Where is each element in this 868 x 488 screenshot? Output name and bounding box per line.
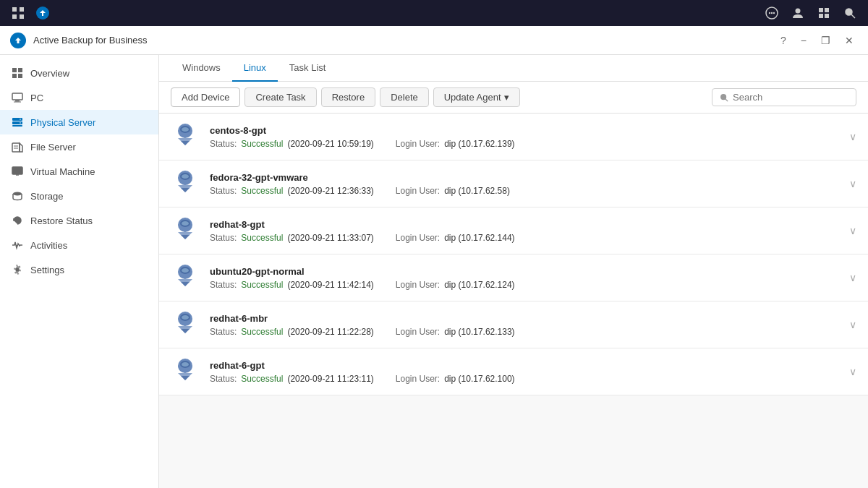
device-meta: Status: Successful (2020-09-21 12:36:33)… — [210, 186, 839, 196]
sidebar-label-file-server: File Server — [30, 142, 76, 153]
sidebar-item-pc[interactable]: PC — [0, 85, 158, 110]
sidebar-item-settings[interactable]: Settings — [0, 257, 158, 282]
svg-line-15 — [851, 14, 855, 18]
svg-point-55 — [182, 362, 189, 367]
sidebar-item-activities[interactable]: Activities — [0, 233, 158, 257]
sidebar-item-virtual-machine[interactable]: Virtual Machine — [0, 159, 158, 184]
svg-point-40 — [182, 127, 189, 132]
sidebar-item-restore-status[interactable]: Restore Status — [0, 208, 158, 233]
tab-windows[interactable]: Windows — [171, 55, 232, 82]
login-item: Login User: dip (10.17.62.139) — [396, 139, 515, 149]
device-list: centos-8-gpt Status: Successful (2020-09… — [159, 114, 868, 488]
svg-rect-32 — [14, 168, 20, 173]
status-item: Status: Successful (2020-09-21 12:36:33) — [210, 186, 374, 196]
app-title: Active Backup for Business — [33, 35, 148, 46]
server-icon — [12, 116, 23, 128]
status-item: Status: Successful (2020-09-21 11:42:14) — [210, 280, 374, 290]
grid-icon[interactable] — [7, 2, 29, 24]
svg-point-6 — [769, 12, 770, 14]
window-controls: ? − ❐ ✕ — [776, 33, 858, 48]
device-icon — [171, 169, 200, 198]
device-name: fedora-32-gpt-vmware — [210, 172, 839, 183]
device-icon — [171, 216, 200, 245]
svg-rect-21 — [15, 100, 20, 102]
create-task-button[interactable]: Create Task — [244, 87, 316, 107]
status-item: Status: Successful (2020-09-21 10:59:19) — [210, 139, 374, 149]
table-row[interactable]: ubuntu20-gpt-normal Status: Successful (… — [159, 254, 868, 301]
chevron-down-icon: ∨ — [849, 366, 856, 377]
help-button[interactable]: ? — [776, 33, 791, 48]
search-topbar-icon[interactable] — [839, 2, 861, 24]
chevron-down-icon: ∨ — [849, 178, 856, 189]
svg-point-34 — [13, 192, 22, 196]
svg-rect-3 — [20, 14, 24, 19]
vm-icon — [12, 166, 23, 177]
device-meta: Status: Successful (2020-09-21 10:59:19)… — [210, 139, 839, 149]
table-row[interactable]: centos-8-gpt Status: Successful (2020-09… — [159, 114, 868, 160]
svg-point-46 — [182, 221, 189, 226]
login-item: Login User: dip (10.17.62.133) — [396, 327, 515, 337]
svg-line-37 — [726, 98, 728, 100]
device-name: redhat-6-mbr — [210, 313, 839, 324]
chevron-down-icon: ∨ — [849, 131, 856, 142]
sidebar-label-virtual-machine: Virtual Machine — [30, 166, 95, 177]
sidebar-item-overview[interactable]: Overview — [0, 61, 158, 85]
restore-icon — [12, 215, 23, 226]
device-icon — [171, 357, 200, 386]
restore-button[interactable]: Restore — [321, 87, 376, 107]
device-icon — [171, 310, 200, 339]
tab-task-list[interactable]: Task List — [278, 55, 338, 82]
svg-point-43 — [182, 174, 189, 179]
sidebar-item-storage[interactable]: Storage — [0, 184, 158, 208]
device-info: centos-8-gpt Status: Successful (2020-09… — [210, 125, 839, 149]
delete-button[interactable]: Delete — [380, 87, 429, 107]
device-meta: Status: Successful (2020-09-21 11:22:28)… — [210, 327, 839, 337]
sidebar-item-physical-server[interactable]: Physical Server — [0, 110, 158, 134]
device-meta: Status: Successful (2020-09-21 11:33:07)… — [210, 233, 839, 243]
table-row[interactable]: redhat-8-gpt Status: Successful (2020-09… — [159, 207, 868, 254]
close-button[interactable]: ✕ — [841, 33, 858, 48]
svg-rect-25 — [12, 125, 22, 127]
chat-icon[interactable] — [761, 2, 783, 24]
user-icon[interactable] — [787, 2, 809, 24]
device-name: redhat-6-gpt — [210, 360, 839, 371]
tab-linux[interactable]: Linux — [232, 55, 278, 82]
backup-app-icon[interactable] — [32, 2, 54, 24]
svg-point-9 — [796, 9, 801, 14]
svg-point-27 — [20, 122, 21, 124]
svg-point-14 — [846, 9, 852, 15]
login-item: Login User: dip (10.17.62.58) — [396, 186, 510, 196]
svg-point-8 — [773, 12, 775, 14]
table-row[interactable]: redhat-6-gpt Status: Successful (2020-09… — [159, 348, 868, 395]
sidebar-label-settings: Settings — [30, 265, 64, 275]
device-info: redhat-6-gpt Status: Successful (2020-09… — [210, 360, 839, 384]
chevron-down-icon: ∨ — [849, 319, 856, 330]
search-input[interactable] — [733, 92, 848, 103]
svg-rect-22 — [14, 102, 21, 103]
minimize-button[interactable]: − — [796, 33, 811, 48]
sidebar-item-file-server[interactable]: File Server — [0, 134, 158, 159]
device-info: fedora-32-gpt-vmware Status: Successful … — [210, 172, 839, 196]
sidebar-label-overview: Overview — [30, 68, 69, 79]
table-row[interactable]: redhat-6-mbr Status: Successful (2020-09… — [159, 301, 868, 348]
search-box[interactable] — [712, 88, 856, 106]
table-row[interactable]: fedora-32-gpt-vmware Status: Successful … — [159, 160, 868, 207]
svg-point-7 — [771, 12, 773, 14]
device-name: redhat-8-gpt — [210, 219, 839, 230]
sidebar-label-storage: Storage — [30, 191, 64, 202]
device-icon — [171, 122, 200, 151]
svg-rect-16 — [12, 68, 17, 72]
dropdown-arrow-icon: ▾ — [504, 92, 509, 103]
svg-rect-23 — [12, 118, 22, 121]
add-device-button[interactable]: Add Device — [171, 87, 240, 107]
windows-icon[interactable] — [813, 2, 835, 24]
restore-button[interactable]: ❐ — [817, 33, 835, 48]
svg-rect-2 — [12, 14, 17, 19]
settings-icon — [12, 264, 23, 275]
device-info: redhat-6-mbr Status: Successful (2020-09… — [210, 313, 839, 337]
device-name: ubuntu20-gpt-normal — [210, 266, 839, 277]
svg-rect-13 — [825, 14, 829, 18]
svg-rect-28 — [12, 143, 20, 152]
update-agent-button[interactable]: Update Agent ▾ — [433, 87, 520, 107]
device-icon — [171, 263, 200, 292]
